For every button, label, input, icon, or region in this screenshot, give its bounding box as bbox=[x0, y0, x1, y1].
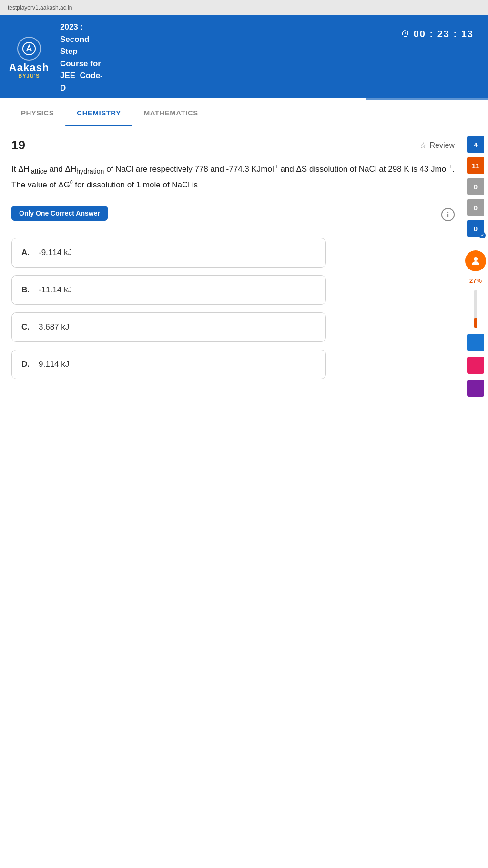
option-c-value: 3.687 kJ bbox=[39, 322, 69, 332]
option-c-label: C. bbox=[21, 322, 31, 332]
option-b[interactable]: B. -11.14 kJ bbox=[11, 275, 326, 305]
logo-icon bbox=[22, 41, 36, 56]
tab-mathematics[interactable]: MATHEMATICS bbox=[132, 100, 210, 126]
sidebar-badge-0c[interactable]: 0 ✓ bbox=[467, 220, 484, 237]
sidebar-badge-0a[interactable]: 0 bbox=[467, 178, 484, 195]
sidebar-badge-0b-value: 0 bbox=[474, 204, 478, 212]
sidebar-progress-fill bbox=[474, 318, 477, 328]
option-d[interactable]: D. 9.114 kJ bbox=[11, 350, 326, 379]
info-icon[interactable]: i bbox=[441, 208, 455, 221]
option-b-label: B. bbox=[21, 285, 31, 295]
answer-type-badge[interactable]: Only One Correct Answer bbox=[11, 206, 108, 221]
subject-tabs: PHYSICS CHEMISTRY MATHEMATICS bbox=[0, 100, 488, 126]
url-text: testplayerv1.aakash.ac.in bbox=[8, 4, 72, 11]
option-a[interactable]: A. -9.114 kJ bbox=[11, 238, 326, 268]
question-number: 19 bbox=[11, 138, 25, 153]
main-content: 19 ☆ Review It ΔHlattice and ΔHhydration… bbox=[0, 126, 488, 868]
option-c[interactable]: C. 3.687 kJ bbox=[11, 312, 326, 342]
option-a-label: A. bbox=[21, 248, 31, 258]
sidebar-badge-4-value: 4 bbox=[474, 141, 478, 149]
timer-display: 00 : 23 : 13 bbox=[414, 29, 474, 40]
sidebar-badge-11-value: 11 bbox=[472, 162, 480, 170]
right-sidebar: 4 11 0 0 0 ✓ 27% bbox=[463, 126, 488, 397]
option-d-value: 9.114 kJ bbox=[39, 360, 69, 369]
avatar-icon bbox=[470, 255, 481, 267]
sidebar-badge-0a-value: 0 bbox=[474, 183, 478, 191]
sidebar-rect-pink[interactable] bbox=[467, 357, 484, 374]
logo-circle bbox=[17, 37, 41, 61]
review-button[interactable]: ☆ Review bbox=[419, 140, 455, 151]
options-list: A. -9.114 kJ B. -11.14 kJ C. 3.687 kJ D.… bbox=[11, 238, 455, 379]
sidebar-badge-0b[interactable]: 0 bbox=[467, 199, 484, 216]
review-label: Review bbox=[430, 141, 455, 150]
check-dot: ✓ bbox=[479, 232, 486, 238]
sidebar-rect-blue[interactable] bbox=[467, 334, 484, 351]
timer-area: ⏱ 00 : 23 : 13 bbox=[401, 29, 474, 40]
logo-text: Aakash bbox=[9, 62, 49, 73]
url-bar: testplayerv1.aakash.ac.in bbox=[0, 0, 488, 15]
sidebar-avatar-btn[interactable] bbox=[465, 250, 486, 271]
sidebar-rect-purple[interactable] bbox=[467, 380, 484, 397]
question-text: It ΔHlattice and ΔHhydration of NaCl are… bbox=[11, 162, 455, 192]
svg-point-1 bbox=[474, 257, 478, 261]
timer-icon: ⏱ bbox=[401, 29, 410, 39]
logo-sub: BYJU'S bbox=[18, 73, 40, 79]
sidebar-badge-11[interactable]: 11 bbox=[467, 157, 484, 174]
tab-chemistry[interactable]: CHEMISTRY bbox=[65, 100, 132, 126]
sidebar-badge-4[interactable]: 4 bbox=[467, 136, 484, 153]
star-icon: ☆ bbox=[419, 140, 427, 151]
sidebar-badge-0c-value: 0 bbox=[474, 225, 478, 233]
badge-info-row: Only One Correct Answer i bbox=[11, 206, 455, 225]
sidebar-percent: 27% bbox=[469, 277, 482, 284]
question-header: 19 ☆ Review bbox=[11, 138, 455, 153]
logo-area: Aakash BYJU'S bbox=[8, 37, 51, 79]
sidebar-progress-bar bbox=[474, 290, 477, 328]
header: Aakash BYJU'S 2023 : Second Step Course … bbox=[0, 15, 488, 100]
option-a-value: -9.114 kJ bbox=[39, 248, 72, 258]
question-area: 19 ☆ Review It ΔHlattice and ΔHhydration… bbox=[0, 126, 488, 868]
tab-physics[interactable]: PHYSICS bbox=[10, 100, 65, 126]
option-d-label: D. bbox=[21, 360, 31, 369]
option-b-value: -11.14 kJ bbox=[39, 285, 72, 295]
